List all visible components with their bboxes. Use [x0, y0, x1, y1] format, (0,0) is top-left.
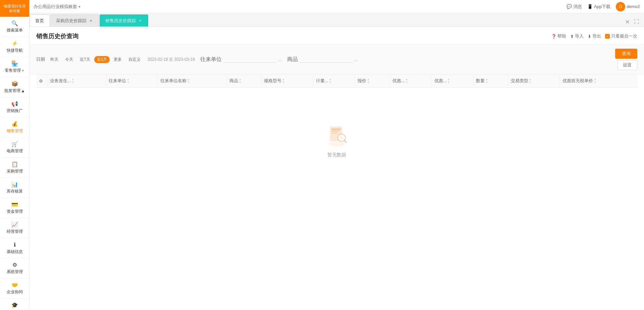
table-col-biz-date[interactable]: 业务发生... ▲▼ — [47, 74, 106, 88]
tab-home-label: 首页 — [35, 18, 44, 24]
sidebar-item-label: 销售管理 — [7, 128, 23, 134]
sidebar-item-purchase[interactable]: 📋 采购管理 — [0, 158, 29, 178]
page-header-actions: ❓ 帮助 ⬆ 导入 ⬇ 导出 ✓ 只看最后一次 — [551, 33, 637, 39]
sidebar-item-search[interactable]: 🔍 搜索菜单 — [0, 17, 29, 37]
partner-input[interactable] — [223, 56, 277, 63]
table-col-trade-type[interactable]: 交易类型 ▲▼ — [508, 74, 559, 88]
retail-icon: 🏪 — [11, 60, 18, 67]
table-col-pre-discount-price[interactable]: 优惠前无税单价 ▲▼ — [560, 74, 637, 88]
tab-purchase-history[interactable]: 采购历史价跟踪 × — [50, 14, 99, 27]
sidebar-item-wholesale[interactable]: 📦 批发管理 ▲ — [0, 77, 29, 97]
tab-sales-close-icon[interactable]: × — [138, 18, 143, 23]
export-button[interactable]: ⬇ 导出 — [588, 33, 601, 39]
sidebar-item-operations[interactable]: 📈 经营管理 — [0, 218, 29, 238]
import-button[interactable]: ⬆ 导入 — [570, 33, 584, 39]
page-title: 销售历史价查询 — [36, 32, 78, 40]
date-chip-yesterday[interactable]: 昨天 — [48, 56, 61, 63]
checkbox-icon: ✓ — [605, 34, 610, 39]
table-col-unit[interactable]: 计量... ▲▼ — [313, 74, 355, 88]
sidebar-item-system[interactable]: ⚙ 系统管理 — [0, 258, 29, 278]
partner-filter-label: 往来单位 — [200, 56, 222, 63]
user-menu[interactable]: D demo2 — [616, 2, 640, 11]
sort-arrows-quote: ▲▼ — [367, 78, 370, 84]
table-col-settings[interactable]: ⚙ — [36, 74, 47, 88]
maximize-window-button[interactable]: ⛶ — [633, 18, 640, 25]
system-icon: ⚙ — [12, 262, 17, 268]
table-col-partner-code[interactable]: 往来单位 ▲▼ — [106, 74, 158, 88]
sort-arrows-quantity: ▲▼ — [485, 78, 488, 84]
table-col-quote[interactable]: 报价 ▲▼ — [355, 74, 390, 88]
sidebar-item-sales[interactable]: 💰 销售管理 — [0, 117, 29, 138]
sidebar-item-finance[interactable]: 💳 资金管理 — [0, 198, 29, 218]
sidebar-item-retail[interactable]: 🏪 零售管理 ▼ — [0, 57, 29, 77]
query-button[interactable]: 查询 — [615, 49, 637, 59]
sidebar-item-label: 资金管理 — [7, 209, 23, 214]
sort-arrows-trade-type: ▲▼ — [529, 78, 532, 84]
date-range-display[interactable]: 2023-02-18 至 2023-03-18 — [147, 57, 195, 62]
help-icon: ❓ — [551, 34, 556, 39]
date-chip-custom[interactable]: 自定义 — [126, 56, 143, 63]
sort-arrows-partner-code: ▲▼ — [127, 78, 129, 84]
sidebar-item-quicknav[interactable]: ⚡ 快捷导航 — [0, 37, 29, 57]
tab-purchase-close-icon[interactable]: × — [89, 18, 93, 23]
table-col-discount2[interactable]: 优惠... ▲▼ — [431, 74, 473, 88]
settings-button[interactable]: 设置 — [617, 60, 637, 70]
topbar-right: 💬 消息 📱 App下载 D demo2 — [567, 2, 640, 11]
sidebar-item-label: 采购管理 — [7, 168, 23, 174]
tab-purchase-label: 采购历史价跟踪 — [56, 18, 87, 24]
account-dropdown[interactable]: 办公用品行业模拟账套 ▾ — [34, 4, 80, 10]
username: demo2 — [627, 4, 640, 9]
table-col-partner-name[interactable]: 往来单位名称 ▲▼ — [158, 74, 226, 88]
operations-icon: 📈 — [11, 221, 18, 228]
sidebar: 畅捷通好生意标准版 🔍 搜索菜单 ⚡ 快捷导航 🏪 零售管理 ▼ 📦 批发管理 … — [0, 0, 30, 310]
page-header: 销售历史价查询 ❓ 帮助 ⬆ 导入 ⬇ 导出 ✓ 只看最后一次 — [30, 27, 644, 45]
tab-sales-label: 销售历史价跟踪 — [105, 18, 136, 24]
help-label: 帮助 — [557, 33, 566, 39]
partner-dots[interactable]: ... — [278, 57, 282, 62]
sidebar-item-inventory[interactable]: 📊 库存核算 — [0, 178, 29, 198]
date-chip-last7[interactable]: 近7天 — [77, 56, 93, 63]
sidebar-item-label: 库存核算 — [7, 189, 23, 194]
import-label: 导入 — [575, 33, 584, 39]
sidebar-item-ecommerce[interactable]: 🛒 电商管理 — [0, 138, 29, 158]
sidebar-item-label: 企业协同 — [7, 289, 23, 295]
empty-state: 暂无数据 — [36, 88, 637, 192]
account-name: 办公用品行业模拟账套 — [34, 4, 77, 10]
sidebar-item-marketing[interactable]: 📢 营销推广 — [0, 97, 29, 117]
sales-icon: 💰 — [11, 121, 18, 127]
date-chip-today[interactable]: 今天 — [62, 56, 76, 63]
sort-arrows-product: ▲▼ — [239, 78, 241, 84]
sort-arrows-unit: ▲▼ — [329, 78, 331, 84]
topbar-left: 办公用品行业模拟账套 ▾ — [34, 4, 80, 10]
finance-icon: 💳 — [11, 201, 18, 208]
product-input[interactable] — [299, 56, 353, 63]
tab-home[interactable]: 首页 — [30, 14, 50, 27]
sidebar-item-basic[interactable]: ℹ 基础信息 — [0, 238, 29, 258]
table-col-spec[interactable]: 规格型号 ▲▼ — [261, 74, 313, 88]
app-download-button[interactable]: 📱 App下载 — [587, 4, 610, 10]
table-col-product[interactable]: 商品 ▲▼ — [226, 74, 261, 88]
sidebar-item-guide[interactable]: 🎓 新手引导 — [0, 299, 29, 310]
date-chip-more[interactable]: 更多 — [111, 56, 124, 63]
tab-sales-history[interactable]: 销售历史价跟踪 × — [100, 14, 148, 27]
date-chip-last1m[interactable]: 近1月 — [94, 56, 110, 63]
sidebar-item-enterprise[interactable]: 🤝 企业协同 — [0, 278, 29, 299]
column-settings-icon[interactable]: ⚙ — [39, 79, 43, 84]
help-button[interactable]: ❓ 帮助 — [551, 33, 566, 39]
table-col-discount1[interactable]: 优惠... ▲▼ — [389, 74, 431, 88]
product-dots[interactable]: ... — [354, 57, 358, 62]
sidebar-item-label: 零售管理 — [5, 68, 21, 73]
export-label: 导出 — [592, 33, 601, 39]
guide-icon: 🎓 — [11, 302, 18, 308]
only-last-checkbox[interactable]: ✓ 只看最后一次 — [605, 33, 637, 39]
date-filter-label: 日期 — [36, 56, 45, 62]
sort-arrows-discount1: ▲▼ — [406, 78, 408, 84]
svg-rect-3 — [331, 131, 339, 132]
table-header: ⚙ 业务发生... ▲▼ 往来单位 ▲▼ — [36, 74, 637, 88]
page-content: 销售历史价查询 ❓ 帮助 ⬆ 导入 ⬇ 导出 ✓ 只看最后一次 — [30, 27, 644, 310]
message-button[interactable]: 💬 消息 — [567, 4, 582, 10]
table-col-quantity[interactable]: 数量 ▲▼ — [473, 74, 508, 88]
sort-arrows-discount2: ▲▼ — [447, 78, 450, 84]
close-window-button[interactable]: ✕ — [624, 18, 631, 25]
basic-icon: ℹ — [14, 242, 16, 248]
